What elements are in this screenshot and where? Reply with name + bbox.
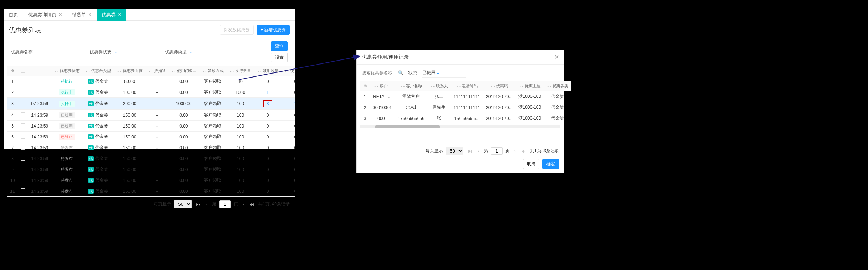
sort-icon[interactable]: ▲▼: [257, 70, 262, 72]
table-row[interactable]: 914 23:59待发布代代金券150.00--0.00客户领取10000⇱⊞: [7, 164, 295, 175]
column-header[interactable]: ▲▼优惠券状态: [51, 66, 82, 76]
next-page-icon[interactable]: ›: [241, 202, 245, 207]
close-icon[interactable]: ✕: [59, 12, 62, 17]
scrollbar-thumb[interactable]: [375, 125, 440, 128]
table-row[interactable]: 414 23:59已过期代代金券150.00--0.00客户领取10000⇱⊞: [7, 110, 295, 121]
column-header[interactable]: ▲▼优惠券类型: [82, 66, 114, 76]
sort-icon[interactable]: ▲▼: [171, 70, 176, 72]
next-page-icon[interactable]: ›: [513, 149, 517, 154]
tab-首页[interactable]: 首页: [4, 9, 23, 21]
sort-icon[interactable]: ▲▼: [547, 86, 552, 87]
horizontal-scrollbar[interactable]: [360, 125, 560, 128]
sort-icon[interactable]: ▲▼: [519, 86, 524, 87]
column-header[interactable]: ▲▼使用门槛...: [168, 66, 199, 76]
table-row[interactable]: 307 23:59执行中代代金券200.00--1000.00客户领取10031…: [7, 98, 295, 110]
close-icon[interactable]: ✕: [88, 12, 92, 17]
row-checkbox[interactable]: [21, 101, 25, 105]
column-header[interactable]: ⚙: [360, 81, 370, 91]
column-header[interactable]: ▲▼优惠券类: [544, 81, 571, 91]
sort-icon[interactable]: ▲▼: [490, 86, 495, 87]
claimed-count-link[interactable]: 3: [263, 100, 273, 107]
row-checkbox[interactable]: [21, 112, 25, 117]
sort-icon[interactable]: ▲▼: [202, 70, 207, 72]
row-checkbox[interactable]: [21, 90, 25, 94]
sort-icon[interactable]: ▲▼: [117, 70, 122, 72]
column-header[interactable]: ▲▼电话号码: [451, 81, 483, 91]
column-header[interactable]: ▲▼优惠券面值: [114, 66, 145, 76]
column-header[interactable]: ▲▼使用数量: [281, 66, 295, 76]
close-icon[interactable]: ✕: [554, 54, 559, 61]
row-checkbox[interactable]: [21, 145, 25, 150]
column-header[interactable]: ▲▼折扣%: [145, 66, 169, 76]
issue-coupon-button[interactable]: ⎘ 发放优惠券: [220, 25, 254, 35]
prev-page-icon[interactable]: ‹: [205, 202, 209, 207]
row-checkbox[interactable]: [21, 79, 25, 83]
sort-icon[interactable]: ▲▼: [85, 70, 90, 72]
claimed-count-link[interactable]: 1: [267, 90, 269, 95]
last-page-icon[interactable]: ⏭: [520, 149, 527, 154]
sort-icon[interactable]: ▲▼: [400, 86, 405, 87]
column-header[interactable]: [28, 66, 51, 76]
prev-page-icon[interactable]: ‹: [477, 149, 481, 154]
column-header[interactable]: ▲▼客户...: [370, 81, 395, 91]
row-checkbox[interactable]: [21, 123, 25, 128]
table-row[interactable]: 714 23:59待发布代代金券150.00--0.00客户领取10000⇱⊞: [7, 142, 295, 153]
table-row[interactable]: 614 23:59已终止代代金券150.00--0.00客户领取10000⇱⊞: [7, 132, 295, 142]
row-checkbox[interactable]: [21, 156, 25, 161]
sort-icon[interactable]: ▲▼: [284, 70, 289, 72]
gear-icon[interactable]: ⚙: [363, 84, 367, 88]
table-row[interactable]: 1014 23:59待发布代代金券150.00--0.00客户领取10000⇱⊞: [7, 175, 295, 186]
search-icon[interactable]: 🔍: [398, 70, 403, 75]
settings-button[interactable]: 设置: [271, 53, 288, 62]
modal-per-page-select[interactable]: 50: [446, 147, 463, 155]
page-input[interactable]: [219, 200, 231, 208]
search-button[interactable]: 查询: [271, 41, 288, 51]
sort-icon[interactable]: ▲▼: [229, 70, 234, 72]
table-row[interactable]: 814 23:59待发布代代金券150.00--0.00客户领取10000⇱⊞: [7, 153, 295, 164]
sort-icon[interactable]: ▲▼: [54, 70, 59, 72]
row-checkbox[interactable]: [21, 178, 25, 182]
column-header[interactable]: ▲▼联系人: [427, 81, 451, 91]
sort-icon[interactable]: ▲▼: [456, 86, 461, 87]
modal-page-input[interactable]: [491, 147, 503, 155]
sort-icon[interactable]: ▲▼: [374, 86, 379, 87]
row-checkbox[interactable]: [21, 188, 25, 193]
first-page-icon[interactable]: ⏮: [466, 149, 474, 154]
select-all-checkbox[interactable]: [21, 68, 25, 73]
column-header[interactable]: ▲▼发放方式: [199, 66, 226, 76]
gear-icon[interactable]: ⚙: [11, 68, 14, 73]
filter-name-input[interactable]: [35, 47, 82, 56]
modal-search[interactable]: 🔍: [362, 70, 403, 76]
tab-优惠券详情页[interactable]: 优惠券详情页✕: [23, 9, 67, 21]
row-checkbox[interactable]: [21, 134, 25, 139]
column-header[interactable]: ⚙: [7, 66, 18, 76]
column-header[interactable]: ▲▼优惠主题: [516, 81, 544, 91]
row-checkbox[interactable]: [21, 167, 25, 171]
column-header[interactable]: ▲▼领用数量: [254, 66, 281, 76]
first-page-icon[interactable]: ⏮: [195, 202, 202, 207]
modal-status-select[interactable]: 已使用 ⌄: [422, 68, 466, 78]
per-page-select[interactable]: 50: [174, 200, 192, 208]
last-page-icon[interactable]: ⏭: [248, 202, 255, 207]
used-count-link[interactable]: 1: [294, 101, 295, 106]
ok-button[interactable]: 确定: [542, 159, 559, 169]
tab-优惠券[interactable]: 优惠券✕: [97, 9, 126, 21]
filter-type-select[interactable]: ⌄: [190, 48, 233, 56]
close-icon[interactable]: ✕: [118, 12, 121, 17]
table-row[interactable]: 3000117666666666张156 6666 6...2019120 70…: [360, 113, 571, 124]
table-row[interactable]: 1114 23:59待发布代代金券150.00--0.00客户领取10000⇱⊞: [7, 186, 295, 197]
table-row[interactable]: 514 23:59已过期代代金券150.00--0.00客户领取10000⇱⊞: [7, 121, 295, 132]
column-header[interactable]: ▲▼客户名称: [395, 81, 427, 91]
add-coupon-button[interactable]: + 新增优惠券: [257, 25, 290, 35]
cancel-button[interactable]: 取消: [523, 159, 539, 169]
sort-icon[interactable]: ▲▼: [148, 70, 153, 72]
table-row[interactable]: 1RETAIL...零散客户张三111111111112019120 70...…: [360, 91, 571, 102]
column-header[interactable]: ▲▼优惠码: [483, 81, 515, 91]
filter-status-select[interactable]: ⌄: [114, 48, 158, 56]
table-row[interactable]: 200010001北京1唐先生111111111112019120 70...满…: [360, 102, 571, 113]
column-header[interactable]: [18, 66, 28, 76]
sort-icon[interactable]: ▲▼: [430, 86, 435, 87]
column-header[interactable]: ▲▼发行数量: [226, 66, 254, 76]
modal-search-input[interactable]: [362, 70, 398, 75]
table-row[interactable]: 2执行中代代金券100.00--0.00客户领取100010⇱⊞: [7, 87, 295, 98]
